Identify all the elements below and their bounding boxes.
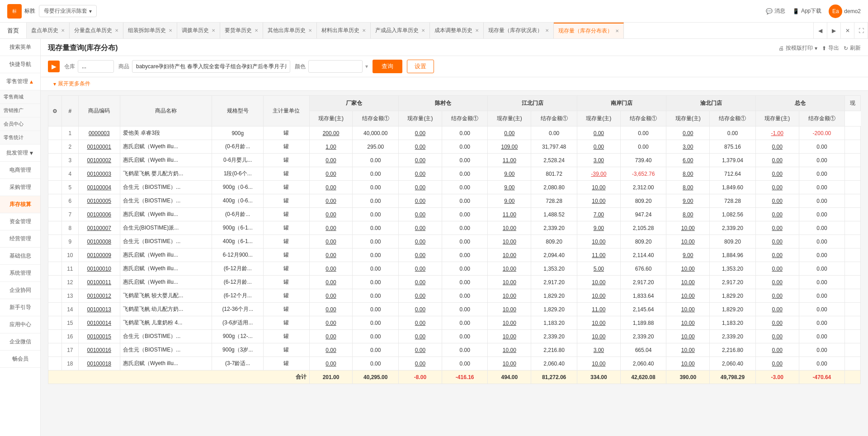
row-changjiaCun-qty[interactable]: 0.00 <box>309 343 353 357</box>
expand-more-btn[interactable]: ▾ 展开更多条件 <box>48 78 96 89</box>
row-yuBei-qty[interactable]: 10.00 <box>666 221 710 235</box>
close-icon[interactable]: ✕ <box>61 28 65 33</box>
tab-transfer[interactable]: 调拨单历史 ✕ <box>177 23 220 38</box>
row-nanAn-qty[interactable]: 0.00 <box>577 127 620 140</box>
row-yuBei-qty[interactable]: 9.00 <box>666 194 710 208</box>
row-nanAn-qty[interactable]: 11.00 <box>577 248 620 262</box>
row-code[interactable]: 00100014 <box>78 316 120 330</box>
row-changjiaCun-qty[interactable]: 0.00 <box>309 181 353 194</box>
close-icon[interactable]: ✕ <box>545 28 549 33</box>
sidebar-item-members[interactable]: 畅会员 <box>0 351 40 368</box>
row-nanAn-qty[interactable]: 10.00 <box>577 330 620 343</box>
filter-expand-btn[interactable]: ▶ <box>48 61 60 72</box>
sidebar-item-purchase[interactable]: 采购管理 <box>0 179 40 196</box>
row-zongCun-qty[interactable]: 0.00 <box>755 330 799 343</box>
row-nanAn-qty[interactable]: 10.00 <box>577 357 620 370</box>
row-nanAn-qty[interactable]: -39.00 <box>577 167 620 181</box>
row-chenCun-qty[interactable]: 0.00 <box>398 181 442 194</box>
row-changjiaCun-qty[interactable]: 0.00 <box>309 316 353 330</box>
row-chenCun-qty[interactable]: 0.00 <box>398 154 442 167</box>
sidebar-item-quick-nav[interactable]: 快捷导航 <box>0 56 40 73</box>
row-yuBei-qty[interactable]: 10.00 <box>666 357 710 370</box>
row-code[interactable]: 00100010 <box>78 262 120 276</box>
row-chenCun-qty[interactable]: 0.00 <box>398 357 442 370</box>
settings-btn[interactable]: 设置 <box>407 60 434 73</box>
row-code[interactable]: 00100015 <box>78 330 120 343</box>
row-zongCun-qty[interactable]: 0.00 <box>755 357 799 370</box>
row-code[interactable]: 00100007 <box>78 221 120 235</box>
tab-stock-dist[interactable]: 现存量（库存分布表） ✕ <box>554 23 624 38</box>
sidebar-item-system[interactable]: 系统管理 <box>0 265 40 282</box>
tab-score-stock[interactable]: 分量盘点单历史 ✕ <box>70 23 123 38</box>
row-yuBei-qty[interactable]: 10.00 <box>666 262 710 276</box>
sidebar-item-member[interactable]: 会员中心 <box>0 117 40 131</box>
row-yuBei-qty[interactable]: 9.00 <box>666 248 710 262</box>
tab-home[interactable]: 首页 <box>0 23 27 38</box>
sidebar-item-retail-mgmt[interactable]: 零售管理▲ <box>0 73 40 90</box>
sidebar-item-ecommerce[interactable]: 电商管理 <box>0 162 40 179</box>
close-icon[interactable]: ✕ <box>362 28 366 33</box>
row-zongCun-qty[interactable]: 0.00 <box>755 221 799 235</box>
user-area[interactable]: Ea demo2 <box>829 5 861 18</box>
row-changjiaCun-qty[interactable]: 0.00 <box>309 357 353 370</box>
row-zongCun-qty[interactable]: 0.00 <box>755 208 799 221</box>
tab-cost-adjust[interactable]: 成本调整单历史 ✕ <box>430 23 484 38</box>
sidebar-item-ops[interactable]: 经营管理 <box>0 230 40 248</box>
close-icon[interactable]: ✕ <box>421 28 425 33</box>
row-changjiaCun-qty[interactable]: 0.00 <box>309 194 353 208</box>
row-zongCun-qty[interactable]: -1.00 <box>755 127 799 140</box>
row-changjiaCun-qty[interactable]: 200.00 <box>309 127 353 140</box>
sidebar-item-app-center[interactable]: 应用中心 <box>0 316 40 333</box>
row-zongCun-qty[interactable]: 0.00 <box>755 181 799 194</box>
sidebar-item-wholesale[interactable]: 批发管理▼ <box>0 145 40 162</box>
sidebar-item-stock[interactable]: 库存核算 <box>0 196 40 213</box>
row-nanAn-qty[interactable]: 11.00 <box>577 303 620 316</box>
row-yuBei-qty[interactable]: 6.00 <box>666 154 710 167</box>
tab-material-out[interactable]: 材料出库单历史 ✕ <box>317 23 371 38</box>
row-nanAn-qty[interactable]: 10.00 <box>577 289 620 303</box>
goods-input[interactable] <box>132 60 290 73</box>
row-chenCun-qty[interactable]: 0.00 <box>398 208 442 221</box>
row-changjiaCun-qty[interactable]: 0.00 <box>309 167 353 181</box>
row-changjiaCun-qty[interactable]: 0.00 <box>309 221 353 235</box>
row-changjiaCun-qty[interactable]: 0.00 <box>309 235 353 248</box>
sidebar-item-basic[interactable]: 基础信息 <box>0 248 40 265</box>
row-jiangBei-qty[interactable]: 10.00 <box>488 289 531 303</box>
sidebar-item-retail-shop[interactable]: 零售商城 <box>0 90 40 104</box>
refresh-btn[interactable]: ↻ 刷新 <box>844 44 861 52</box>
warehouse-input[interactable] <box>78 60 114 73</box>
row-code[interactable]: 00100006 <box>78 208 120 221</box>
close-icon[interactable]: ✕ <box>255 28 258 33</box>
row-zongCun-qty[interactable]: 0.00 <box>755 303 799 316</box>
row-nanAn-qty[interactable]: 9.00 <box>577 221 620 235</box>
sidebar-item-search[interactable]: 搜索英单 <box>0 39 40 56</box>
row-jiangBei-qty[interactable]: 11.00 <box>488 208 531 221</box>
export-btn[interactable]: ⬆ 导出 <box>822 44 839 52</box>
batch-print-btn[interactable]: 🖨 按模版打印 ▾ <box>778 44 817 52</box>
row-jiangBei-qty[interactable]: 11.00 <box>488 154 531 167</box>
row-jiangBei-qty[interactable]: 10.00 <box>488 221 531 235</box>
sidebar-item-retail-stats[interactable]: 零售统计 <box>0 131 40 145</box>
tab-next-btn[interactable]: ▶ <box>827 23 841 39</box>
tab-prev-btn[interactable]: ◀ <box>814 23 827 39</box>
close-icon[interactable]: ✕ <box>615 28 619 33</box>
row-zongCun-qty[interactable]: 0.00 <box>755 167 799 181</box>
row-chenCun-qty[interactable]: 0.00 <box>398 303 442 316</box>
row-nanAn-qty[interactable]: 10.00 <box>577 194 620 208</box>
row-nanAn-qty[interactable]: 10.00 <box>577 276 620 289</box>
row-chenCun-qty[interactable]: 0.00 <box>398 221 442 235</box>
app-download-btn[interactable]: 📱 App下载 <box>793 7 821 15</box>
row-nanAn-qty[interactable]: 7.00 <box>577 208 620 221</box>
search-btn[interactable]: 查询 <box>373 60 402 73</box>
row-changjiaCun-qty[interactable]: 0.00 <box>309 248 353 262</box>
row-nanAn-qty[interactable]: 10.00 <box>577 181 620 194</box>
row-chenCun-qty[interactable]: 0.00 <box>398 248 442 262</box>
row-yuBei-qty[interactable]: 8.00 <box>666 181 710 194</box>
row-jiangBei-qty[interactable]: 109.00 <box>488 140 531 154</box>
tab-stock-status[interactable]: 现存量（库存状况表） ✕ <box>484 23 554 38</box>
sidebar-item-marketing[interactable]: 营销推广 <box>0 104 40 117</box>
row-yuBei-qty[interactable]: 10.00 <box>666 276 710 289</box>
row-yuBei-qty[interactable]: 10.00 <box>666 330 710 343</box>
row-changjiaCun-qty[interactable]: 0.00 <box>309 154 353 167</box>
row-chenCun-qty[interactable]: 0.00 <box>398 127 442 140</box>
